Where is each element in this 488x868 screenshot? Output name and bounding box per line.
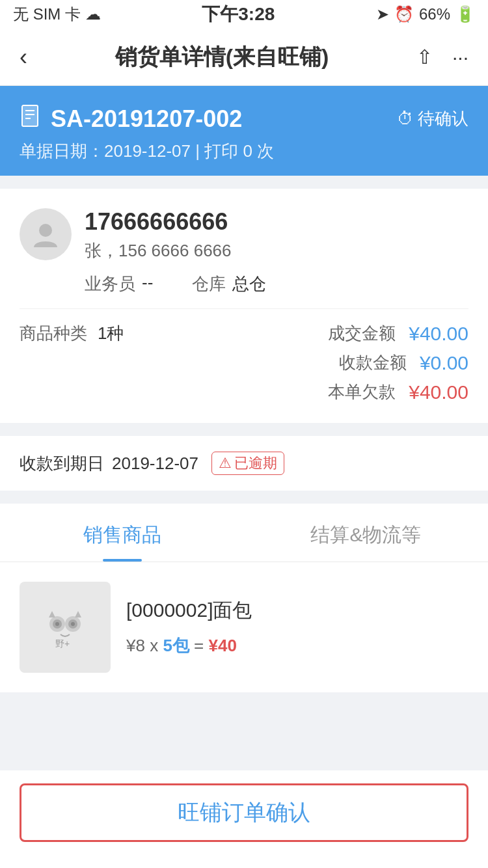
receipt-amount-value: ¥0.00 bbox=[420, 352, 468, 374]
tab-sales-label: 销售商品 bbox=[83, 524, 161, 545]
price-base: ¥8 x bbox=[126, 636, 158, 655]
product-info: [0000002]面包 ¥8 x 5包 = ¥40 bbox=[126, 597, 468, 657]
confirm-order-label: 旺铺订单确认 bbox=[178, 798, 310, 828]
status-right: ➤ ⏰ 66% 🔋 bbox=[376, 5, 475, 23]
tab-settlement[interactable]: 结算&物流等 bbox=[244, 504, 488, 562]
location-icon: ➤ bbox=[376, 5, 389, 23]
product-name: [0000002]面包 bbox=[126, 597, 468, 624]
customer-name: 张，156 6666 6666 bbox=[85, 239, 468, 262]
owed-amount-row: 本单欠款 ¥40.00 bbox=[328, 381, 468, 403]
order-date: 单据日期：2019-12-07 | 打印 0 次 bbox=[20, 140, 468, 163]
owed-amount-label: 本单欠款 bbox=[328, 381, 396, 403]
customer-phone: 17666666666 bbox=[85, 208, 468, 236]
svg-rect-0 bbox=[22, 105, 38, 126]
customer-meta: 业务员 -- 仓库 总仓 bbox=[85, 273, 468, 295]
sales-rep-label: 业务员 bbox=[85, 273, 135, 295]
battery-icon: 🔋 bbox=[455, 5, 475, 23]
product-type: 商品种类 1种 bbox=[20, 322, 124, 345]
owed-amount-value: ¥40.00 bbox=[409, 381, 468, 403]
amount-section: 商品种类 1种 成交金额 ¥40.00 收款金额 ¥0.00 本单欠款 ¥40.… bbox=[20, 322, 468, 403]
order-status: ⏱ 待确认 bbox=[397, 107, 468, 130]
price-total: ¥40 bbox=[209, 636, 237, 655]
due-date-label: 收款到期日 bbox=[20, 452, 104, 475]
order-id-row: SA-20191207-002 ⏱ 待确认 bbox=[20, 104, 468, 133]
order-id-text: SA-20191207-002 bbox=[51, 105, 242, 133]
sim-wifi-label: 无 SIM 卡 ☁ bbox=[13, 4, 101, 25]
page-title: 销货单详情(来自旺铺) bbox=[115, 42, 329, 72]
price-qty: 5包 bbox=[163, 636, 189, 655]
battery-label: 66% bbox=[419, 5, 450, 23]
more-button[interactable]: ··· bbox=[452, 46, 468, 68]
order-status-text: 待确认 bbox=[418, 107, 468, 130]
customer-card: 17666666666 张，156 6666 6666 业务员 -- 仓库 总仓… bbox=[0, 189, 488, 423]
overdue-badge: ⚠ 已逾期 bbox=[211, 452, 284, 475]
alarm-icon: ⏰ bbox=[394, 5, 414, 23]
status-time: 下午3:28 bbox=[202, 2, 275, 27]
deal-amount-value: ¥40.00 bbox=[409, 323, 468, 345]
deal-amount-label: 成交金额 bbox=[328, 322, 396, 345]
share-button[interactable]: ⇧ bbox=[416, 46, 433, 68]
back-button[interactable]: ‹ bbox=[20, 44, 27, 71]
warehouse-value: 总仓 bbox=[232, 273, 266, 295]
sales-rep-value: -- bbox=[142, 273, 153, 295]
overdue-label: 已逾期 bbox=[234, 454, 277, 473]
nav-bar: ‹ 销货单详情(来自旺铺) ⇧ ··· bbox=[0, 29, 488, 86]
price-equals: = bbox=[194, 636, 204, 655]
clock-icon: ⏱ bbox=[397, 109, 414, 129]
customer-avatar bbox=[20, 208, 72, 260]
nav-actions: ⇧ ··· bbox=[416, 46, 468, 68]
status-left: 无 SIM 卡 ☁ bbox=[13, 4, 101, 25]
bottom-bar: 旺铺订单确认 bbox=[0, 770, 488, 868]
customer-section: 17666666666 张，156 6666 6666 业务员 -- 仓库 总仓 bbox=[20, 208, 468, 295]
receipt-amount-row: 收款金额 ¥0.00 bbox=[328, 351, 468, 374]
sales-rep-item: 业务员 -- bbox=[85, 273, 153, 295]
warning-icon: ⚠ bbox=[219, 455, 232, 472]
product-type-label: 商品种类 bbox=[20, 322, 87, 345]
warehouse-item: 仓库 总仓 bbox=[192, 273, 266, 295]
order-id: SA-20191207-002 bbox=[20, 104, 242, 133]
svg-text:野+: 野+ bbox=[55, 638, 70, 649]
product-image: 野+ bbox=[20, 582, 111, 673]
due-date-section: 收款到期日 2019-12-07 ⚠ 已逾期 bbox=[0, 436, 488, 491]
warehouse-label: 仓库 bbox=[192, 273, 226, 295]
svg-point-4 bbox=[39, 224, 52, 237]
due-date-value: 2019-12-07 bbox=[112, 454, 198, 474]
tab-settlement-label: 结算&物流等 bbox=[310, 524, 421, 545]
customer-info: 17666666666 张，156 6666 6666 业务员 -- 仓库 总仓 bbox=[85, 208, 468, 295]
order-header-card: SA-20191207-002 ⏱ 待确认 单据日期：2019-12-07 | … bbox=[0, 86, 488, 176]
amount-list: 成交金额 ¥40.00 收款金额 ¥0.00 本单欠款 ¥40.00 bbox=[328, 322, 468, 403]
confirm-order-button[interactable]: 旺铺订单确认 bbox=[20, 783, 468, 842]
product-item: 野+ [0000002]面包 ¥8 x 5包 = ¥40 bbox=[0, 562, 488, 692]
order-icon bbox=[20, 104, 43, 133]
svg-point-10 bbox=[71, 622, 75, 626]
product-price: ¥8 x 5包 = ¥40 bbox=[126, 634, 468, 657]
tabs-bar: 销售商品 结算&物流等 bbox=[0, 504, 488, 562]
deal-amount-row: 成交金额 ¥40.00 bbox=[328, 322, 468, 345]
product-type-value: 1种 bbox=[98, 322, 124, 345]
divider-1 bbox=[20, 308, 468, 309]
tab-sales-products[interactable]: 销售商品 bbox=[0, 504, 244, 562]
receipt-amount-label: 收款金额 bbox=[339, 351, 407, 374]
status-bar: 无 SIM 卡 ☁ 下午3:28 ➤ ⏰ 66% 🔋 bbox=[0, 0, 488, 29]
svg-point-9 bbox=[55, 622, 59, 626]
